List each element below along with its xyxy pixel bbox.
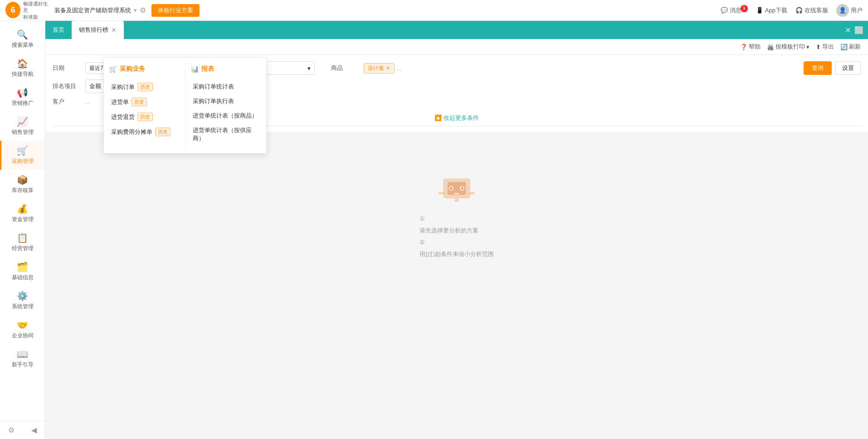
marketing-icon: 📢 <box>17 87 28 98</box>
operations-icon: 📋 <box>17 232 28 243</box>
sidebar-item-guide[interactable]: 📖 新手引导 <box>0 344 45 373</box>
sidebar-item-system[interactable]: ⚙️ 系统管理 <box>0 286 45 315</box>
goods-tag-close[interactable]: ✕ <box>386 65 390 71</box>
tab-bar: 首页 销售排行榜 ✕ ✕ ⬜ <box>45 21 868 39</box>
app-download-btn[interactable]: 📱 App下载 <box>756 6 787 15</box>
svg-point-4 <box>450 187 453 190</box>
sidebar-label-basic: 基础信息 <box>12 274 34 281</box>
sidebar-label-sales: 销售管理 <box>12 128 34 136</box>
collapse-sidebar-btn[interactable]: ◀ <box>31 426 37 434</box>
dropdown-item-inbound-by-supplier[interactable]: 进货单统计表（按供应商） <box>191 123 261 146</box>
history-badge-1: 历史 <box>132 98 147 106</box>
svg-point-5 <box>461 187 463 190</box>
voucher-status-chevron: ▾ <box>307 65 311 72</box>
sidebar-label-inventory: 库存核算 <box>12 187 34 194</box>
report-header-icon: 📊 <box>191 65 199 73</box>
empty-text: ① 请先选择要分析的方案 ② 用[过滤]条件来缩小分析范围 <box>419 213 493 260</box>
settings-bottom-btn[interactable]: ⚙ <box>8 426 15 434</box>
home-icon: 🏠 <box>17 58 28 69</box>
main-layout: 🔍 搜索菜单 🏠 快捷导航 📢 营销推广 📈 销售管理 🛒 采购管理 📦 库存核… <box>0 21 868 439</box>
inventory-icon: 📦 <box>17 174 28 185</box>
help-btn[interactable]: ❓ 帮助 <box>740 43 761 51</box>
purchase-header-icon: 🛒 <box>109 65 117 73</box>
setting-btn[interactable]: 设置 <box>835 61 861 75</box>
industry-btn[interactable]: 体验行业方案 <box>151 4 200 17</box>
tab-close-all-icon[interactable]: ✕ <box>845 26 851 35</box>
tab-bar-actions: ✕ ⬜ <box>845 26 868 35</box>
system-name: 装备及固定资产辅助管理系统 <box>54 6 131 15</box>
online-service-btn[interactable]: 🎧 在线客服 <box>795 6 828 15</box>
sidebar-label-marketing: 营销推广 <box>12 99 34 107</box>
logo-text: 畅捷通好生意 标准版 <box>23 0 51 20</box>
sidebar-item-enterprise[interactable]: 🤝 企业协同 <box>0 315 45 344</box>
rank-label: 排名项目 <box>53 82 78 90</box>
query-btn[interactable]: 查询 <box>804 61 832 75</box>
sidebar-item-search[interactable]: 🔍 搜索菜单 <box>0 25 45 54</box>
dropdown-item-inbound[interactable]: 进货单 历史 <box>109 94 180 109</box>
empty-state: ① 请先选择要分析的方案 ② 用[过滤]条件来缩小分析范围 <box>45 133 868 296</box>
sidebar-label-system: 系统管理 <box>12 303 34 311</box>
search-icon: 🔍 <box>17 29 28 40</box>
customer-label: 客户 <box>53 98 78 106</box>
message-btn[interactable]: 💬 消息 9 <box>721 6 748 15</box>
tab-sales-ranking[interactable]: 销售排行榜 ✕ <box>72 21 124 39</box>
user-btn[interactable]: 👤 用户 <box>836 4 863 17</box>
purchase-header: 🛒 采购业务 <box>109 65 180 75</box>
svg-rect-9 <box>468 192 475 194</box>
tab-close-icon[interactable]: ✕ <box>111 26 117 34</box>
svg-rect-6 <box>454 193 459 194</box>
sidebar-item-purchase[interactable]: 🛒 采购管理 <box>0 141 45 170</box>
system-icon: ⚙️ <box>17 291 28 301</box>
sidebar-label-quick: 快捷导航 <box>12 70 34 78</box>
customer-area: ... <box>85 99 90 105</box>
dropdown-item-order-stats[interactable]: 采购订单统计表 <box>191 79 261 94</box>
toolbar-right: ❓ 帮助 🖨️ 按模板打印 ▾ ⬆ 导出 🔄 刷新 <box>740 43 861 51</box>
sidebar-label-guide: 新手引导 <box>12 361 34 369</box>
purchase-col: 🛒 采购业务 采购订单 历史 进货单 历史 进货退货 历史 <box>104 61 185 149</box>
enterprise-icon: 🤝 <box>17 320 28 330</box>
system-name-area: 装备及固定资产辅助管理系统 ▾ ⚙ <box>54 6 146 15</box>
goods-more-btn[interactable]: ... <box>396 65 401 72</box>
tab-restore-icon[interactable]: ⬜ <box>854 26 863 35</box>
tab-home[interactable]: 首页 <box>45 21 72 39</box>
dropdown-item-return[interactable]: 进货退货 历史 <box>109 109 180 124</box>
refresh-btn[interactable]: 🔄 刷新 <box>840 43 861 51</box>
history-badge-0: 历史 <box>137 83 153 91</box>
report-col: 📊 报表 采购订单统计表 采购订单执行表 进货单统计表（按商品） 进货单统计表（… <box>185 61 267 149</box>
goods-area: 设计素 ✕ ... <box>364 63 401 74</box>
print-template-btn[interactable]: 🖨️ 按模板打印 ▾ <box>767 43 809 51</box>
dropdown-item-order-exec[interactable]: 采购订单执行表 <box>191 94 261 109</box>
customer-more-btn[interactable]: ... <box>85 99 90 105</box>
sidebar-label-finance: 资金管理 <box>12 216 34 223</box>
sidebar-item-finance[interactable]: 💰 资金管理 <box>0 199 45 228</box>
logo-icon: 6 <box>5 2 20 18</box>
sidebar-item-quick[interactable]: 🏠 快捷导航 <box>0 54 45 83</box>
message-badge: 9 <box>741 5 748 12</box>
sidebar-item-operations[interactable]: 📋 经营管理 <box>0 228 45 257</box>
dropdown-item-expense[interactable]: 采购费用分摊单 历史 <box>109 124 180 139</box>
collapse-label: 收起更多条件 <box>444 114 479 121</box>
avatar: 👤 <box>836 4 849 17</box>
report-header: 📊 报表 <box>191 65 261 75</box>
collapse-up-icon: 🔼 <box>434 114 442 121</box>
export-icon: ⬆ <box>816 44 821 50</box>
goods-tag[interactable]: 设计素 ✕ <box>364 63 395 74</box>
svg-rect-7 <box>454 198 459 202</box>
system-dropdown-icon[interactable]: ▾ <box>134 7 137 14</box>
page-content: ❓ 帮助 🖨️ 按模板打印 ▾ ⬆ 导出 🔄 刷新 <box>45 39 868 439</box>
topbar: 6 畅捷通好生意 标准版 装备及固定资产辅助管理系统 ▾ ⚙ 体验行业方案 💬 … <box>0 0 868 21</box>
phone-icon: 📱 <box>756 7 763 14</box>
help-icon: ❓ <box>740 44 747 50</box>
svg-rect-8 <box>439 192 445 194</box>
sidebar-item-basic[interactable]: 🗂️ 基础信息 <box>0 257 45 286</box>
sidebar-item-marketing[interactable]: 📢 营销推广 <box>0 83 45 112</box>
dropdown-item-inbound-by-goods[interactable]: 进货单统计表（按商品） <box>191 109 261 123</box>
sidebar-item-inventory[interactable]: 📦 库存核算 <box>0 170 45 199</box>
sidebar-label-enterprise: 企业协同 <box>12 332 34 340</box>
export-btn[interactable]: ⬆ 导出 <box>816 43 834 51</box>
sidebar-label-operations: 经营管理 <box>12 245 34 252</box>
history-badge-3: 历史 <box>155 128 171 136</box>
sidebar-item-sales[interactable]: 📈 销售管理 <box>0 112 45 141</box>
gear-icon[interactable]: ⚙ <box>140 6 146 15</box>
dropdown-item-purchase-order[interactable]: 采购订单 历史 <box>109 79 180 94</box>
